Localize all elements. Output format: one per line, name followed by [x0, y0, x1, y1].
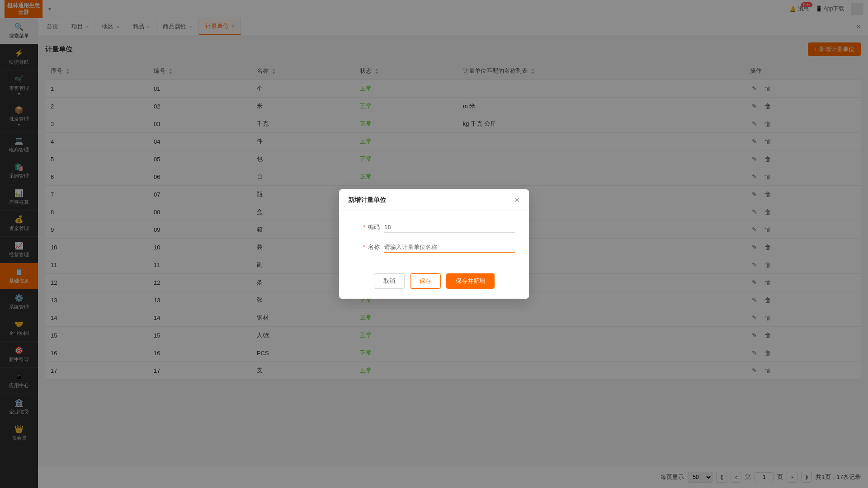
code-input[interactable]: [384, 222, 515, 233]
code-label: * 编码: [353, 223, 380, 231]
code-required-mark: *: [363, 224, 365, 230]
name-required-mark: *: [363, 244, 365, 250]
save-button[interactable]: 保存: [410, 273, 441, 289]
add-unit-modal: 新增计量单位 ✕ * 编码 * 名称 取消 保存 保存并新增: [339, 189, 529, 299]
modal-overlay: 新增计量单位 ✕ * 编码 * 名称 取消 保存 保存并新增: [0, 0, 868, 488]
name-label-text: 名称: [368, 244, 380, 250]
name-input[interactable]: [384, 242, 515, 253]
form-row-name: * 名称: [353, 242, 515, 253]
save-new-button[interactable]: 保存并新增: [446, 273, 495, 289]
modal-footer: 取消 保存 保存并新增: [339, 269, 529, 299]
code-label-text: 编码: [368, 224, 380, 230]
modal-title: 新增计量单位: [348, 196, 386, 204]
modal-body: * 编码 * 名称: [339, 211, 529, 269]
modal-close-button[interactable]: ✕: [514, 196, 520, 204]
cancel-button[interactable]: 取消: [374, 273, 405, 289]
modal-header: 新增计量单位 ✕: [339, 189, 529, 211]
form-row-code: * 编码: [353, 222, 515, 233]
name-label: * 名称: [353, 243, 380, 251]
